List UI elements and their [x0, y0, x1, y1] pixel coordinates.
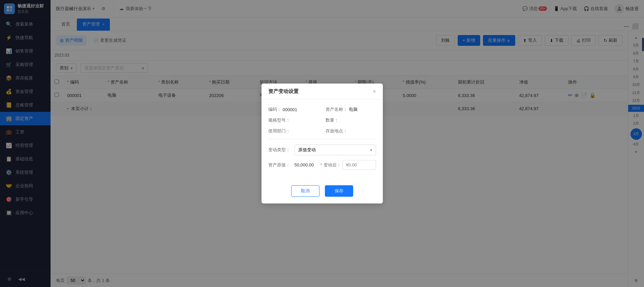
change-type-dropdown-icon: ▾ — [370, 148, 372, 153]
modal-after-change-label: 变动后： — [324, 162, 341, 168]
modal-after-change-field: * 变动后： — [320, 160, 376, 170]
modal-after-change-input[interactable] — [342, 160, 376, 170]
modal-original-value-label: 资产原值： — [268, 162, 292, 168]
modal-info-row-2: 规格型号： 数量： — [268, 117, 376, 123]
modal-name-item: 资产名称： 电脑 — [326, 106, 376, 113]
modal-location-item: 存放地点： — [326, 128, 376, 134]
modal-dept-item: 使用部门： — [268, 128, 319, 134]
modal-quantity-item: 数量： — [326, 117, 376, 123]
required-star: * — [320, 162, 322, 167]
modal-code-item: 编码： 000001 — [268, 106, 319, 113]
modal-dept-label: 使用部门： — [268, 128, 290, 134]
modal-change-type-row: 变动类型： 原值变动 ▾ — [268, 145, 376, 155]
modal-info-row-1: 编码： 000001 资产名称： 电脑 — [268, 106, 376, 113]
modal-header: 资产变动设置 × — [262, 84, 383, 100]
modal-spec-label: 规格型号： — [268, 117, 290, 123]
modal-location-label: 存放地点： — [326, 128, 347, 134]
modal-change-type-value: 原值变动 — [298, 147, 370, 153]
modal-close-button[interactable]: × — [373, 89, 376, 95]
modal-value-row: 资产原值： 50,000.00 * 变动后： — [268, 160, 376, 170]
save-button[interactable]: 保存 — [325, 185, 353, 197]
modal-overlay[interactable]: 资产变动设置 × 编码： 000001 资产名称： 电脑 规格型号： — [0, 0, 644, 287]
modal-divider — [268, 139, 376, 139]
modal-asset-name-value: 电脑 — [349, 106, 358, 113]
modal-footer: 取消 保存 — [262, 181, 383, 203]
modal-quantity-label: 数量： — [326, 117, 339, 123]
modal-spec-item: 规格型号： — [268, 117, 319, 123]
asset-change-modal: 资产变动设置 × 编码： 000001 资产名称： 电脑 规格型号： — [262, 84, 383, 203]
cancel-button[interactable]: 取消 — [291, 185, 319, 197]
modal-code-value: 000001 — [283, 107, 297, 112]
modal-original-value-display: 50,000.00 — [295, 162, 315, 167]
modal-asset-name-label: 资产名称： — [326, 106, 347, 113]
modal-title: 资产变动设置 — [268, 88, 299, 95]
modal-code-label: 编码： — [268, 106, 281, 113]
modal-info-row-3: 使用部门： 存放地点： — [268, 128, 376, 134]
modal-body: 编码： 000001 资产名称： 电脑 规格型号： 数量： — [262, 100, 383, 181]
modal-change-type-select[interactable]: 原值变动 ▾ — [295, 145, 376, 155]
modal-change-type-label: 变动类型： — [268, 147, 292, 153]
